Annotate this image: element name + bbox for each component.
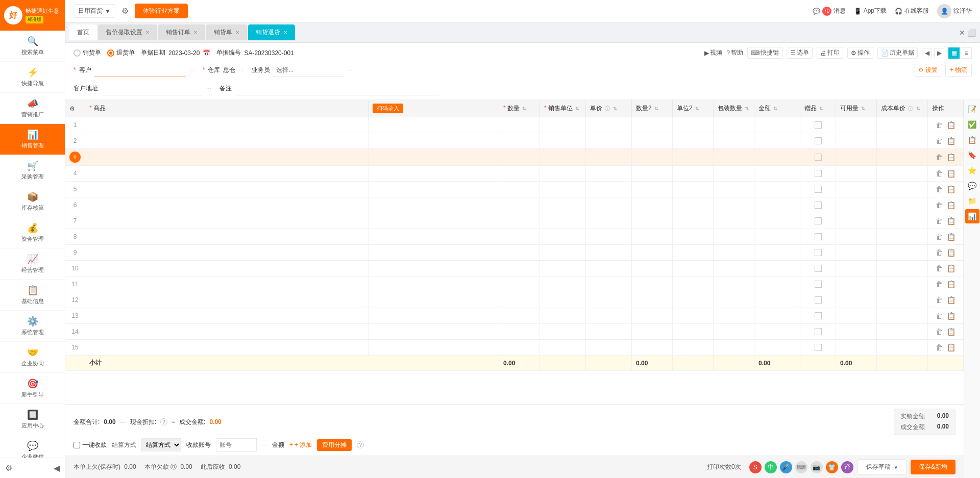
form-settings-btn[interactable]: ⚙ 设置	[914, 64, 942, 77]
add-row-btn[interactable]: +	[69, 152, 81, 163]
sidebar-item-quicknav[interactable]: ⚡ 快捷导航	[0, 62, 65, 93]
right-panel-chart-btn[interactable]: 📊	[965, 209, 979, 223]
user-profile[interactable]: 👤 徐泽华	[937, 4, 972, 18]
right-panel-star-btn[interactable]: ⭐	[965, 163, 979, 178]
sidebar-item-guide[interactable]: 🎯 新手引导	[0, 373, 65, 404]
one-click-checkbox[interactable]	[74, 442, 80, 448]
product-input-5[interactable]	[89, 186, 364, 193]
product-input-14[interactable]	[89, 328, 364, 335]
radio-return-btn[interactable]	[107, 49, 114, 57]
copy-row-6[interactable]: 📋	[946, 200, 957, 210]
one-click-label[interactable]: 一键收款	[74, 441, 107, 449]
dropdown-arrow-small[interactable]: ∧	[894, 464, 898, 470]
delete-row-7[interactable]: 🗑	[935, 216, 944, 226]
category-dropdown[interactable]: 日用百货 ▼	[74, 4, 115, 18]
prev-page-btn[interactable]: ◀	[922, 48, 932, 58]
operation-action[interactable]: ⚙ 操作	[847, 47, 873, 59]
radio-return[interactable]: 退货单	[107, 48, 135, 57]
copy-row-8[interactable]: 📋	[946, 232, 957, 242]
collapse-icon[interactable]: ◀	[54, 463, 60, 473]
delete-row-8[interactable]: 🗑	[935, 232, 944, 242]
address-dots[interactable]: ···	[206, 85, 211, 92]
zh-icon[interactable]: 中	[765, 461, 777, 473]
tab-sales-single[interactable]: 销货单 ✕	[206, 24, 247, 40]
help-action[interactable]: ? 帮助	[726, 48, 743, 57]
delete-row-14[interactable]: 🗑	[935, 326, 944, 337]
gift-checkbox-1[interactable]	[815, 121, 822, 129]
remark-input[interactable]	[235, 81, 439, 95]
account-input[interactable]	[216, 438, 257, 451]
column-settings-icon[interactable]: ⚙	[69, 105, 75, 112]
sidebar-item-marketing[interactable]: 📣 营销推广	[0, 93, 65, 124]
sidebar-item-basic-info[interactable]: 📋 基础信息	[0, 280, 65, 311]
product-input-11[interactable]	[89, 281, 364, 288]
sidebar-item-enterprise[interactable]: 🤝 企业协同	[0, 342, 65, 373]
delete-row-12[interactable]: 🗑	[935, 295, 944, 305]
product-input-4[interactable]	[89, 170, 364, 177]
gift-checkbox-12[interactable]	[815, 296, 822, 304]
gift-checkbox-3[interactable]	[815, 154, 822, 161]
tab-close-sales-return[interactable]: ✕	[283, 30, 287, 35]
settings-icon-btn[interactable]: ⚙	[119, 4, 131, 18]
right-panel-bookmark-btn[interactable]: 🔖	[965, 148, 979, 162]
settings-bottom-icon[interactable]: ⚙	[5, 463, 12, 473]
delete-row-10[interactable]: 🗑	[935, 263, 944, 273]
list-view-btn[interactable]: ≡	[961, 47, 972, 59]
maximize-icon[interactable]: ⬜	[967, 29, 976, 37]
translate-icon[interactable]: 译	[841, 461, 853, 473]
copy-row-12[interactable]: 📋	[946, 295, 957, 305]
tab-home[interactable]: 首页	[69, 24, 97, 40]
gift-checkbox-14[interactable]	[815, 328, 822, 335]
sidebar-item-app-center[interactable]: 🔲 应用中心	[0, 404, 65, 435]
message-action[interactable]: 💬 70 消息	[813, 7, 846, 16]
sidebar-item-operations[interactable]: 📈 经营管理	[0, 248, 65, 280]
next-page-btn[interactable]: ▶	[934, 48, 944, 58]
sidebar-item-system[interactable]: ⚙️ 系统管理	[0, 311, 65, 342]
product-input-6[interactable]	[89, 202, 364, 209]
tab-close-sales-single[interactable]: ✕	[235, 30, 239, 35]
copy-row-14[interactable]: 📋	[946, 326, 957, 337]
grid-view-btn[interactable]: ▦	[948, 47, 960, 59]
sidebar-item-sales[interactable]: 📊 销售管理	[0, 124, 65, 155]
product-input-12[interactable]	[89, 296, 364, 304]
product-input-2[interactable]	[89, 137, 364, 144]
keyboard-icon[interactable]: ⌨	[795, 461, 807, 473]
gift-checkbox-7[interactable]	[815, 217, 822, 224]
delete-row-2[interactable]: 🗑	[935, 136, 944, 146]
tab-sales-return[interactable]: 销货退货 ✕	[248, 24, 295, 40]
delete-row-6[interactable]: 🗑	[935, 200, 944, 210]
gift-checkbox-9[interactable]	[815, 249, 822, 256]
sidebar-item-purchase[interactable]: 🛒 采购管理	[0, 155, 65, 186]
gift-checkbox-11[interactable]	[815, 281, 822, 288]
warehouse-dots[interactable]: ···	[238, 66, 243, 73]
sidebar-item-wechat[interactable]: 💬 企业微信	[0, 435, 65, 458]
s-icon[interactable]: S	[749, 461, 762, 473]
product-input-1[interactable]	[89, 121, 364, 129]
copy-row-13[interactable]: 📋	[946, 311, 957, 321]
staff-dots[interactable]: ···	[348, 66, 353, 73]
history-action[interactable]: 📄 历史单据	[877, 47, 918, 59]
add-logistics-btn[interactable]: + 物流	[945, 64, 972, 77]
cash-discount-help[interactable]: ?	[160, 418, 167, 425]
delete-row-11[interactable]: 🗑	[935, 279, 944, 289]
trial-btn[interactable]: 体验行业方案	[135, 4, 188, 18]
tab-price-settings[interactable]: 售价提取设置 ✕	[98, 24, 157, 40]
tab-close-price-settings[interactable]: ✕	[145, 30, 150, 35]
delete-row-13[interactable]: 🗑	[935, 311, 944, 321]
gift-checkbox-4[interactable]	[815, 170, 822, 177]
gift-checkbox-5[interactable]	[815, 186, 822, 193]
price-help-icon[interactable]: ⓘ	[605, 106, 610, 111]
delete-row-15[interactable]: 🗑	[935, 342, 944, 353]
save-new-btn[interactable]: 保存&新增	[911, 460, 955, 474]
right-panel-check-btn[interactable]: ✅	[965, 117, 979, 132]
gift-checkbox-15[interactable]	[815, 344, 822, 351]
save-draft-btn[interactable]: 保存草稿 ∧	[857, 459, 906, 475]
shortcut-action[interactable]: ⌨ 快捷键	[747, 47, 782, 59]
product-input-10[interactable]	[89, 265, 364, 272]
th-settings[interactable]: ⚙	[65, 100, 85, 117]
copy-row-15[interactable]: 📋	[946, 342, 957, 353]
fee-help-icon[interactable]: ?	[357, 441, 364, 448]
product-input-13[interactable]	[89, 312, 364, 319]
cost-help-icon[interactable]: ⓘ	[908, 106, 913, 111]
address-input[interactable]	[101, 81, 203, 95]
